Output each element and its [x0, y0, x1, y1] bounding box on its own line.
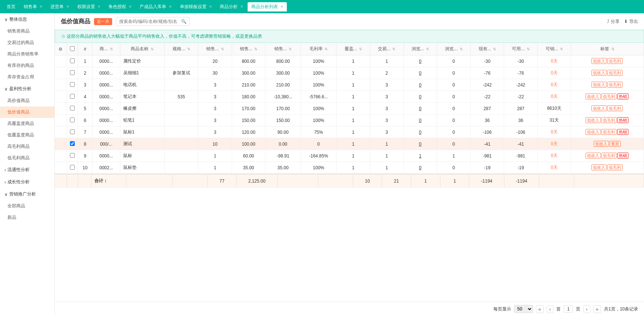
- close-role[interactable]: ×: [129, 4, 131, 9]
- col-stock-avail[interactable]: 可用... ⇅: [504, 43, 538, 55]
- col-pv1[interactable]: 浏览... ⇅: [403, 43, 437, 55]
- section-overall[interactable]: ∨ 整体信息: [0, 13, 54, 26]
- col-tag[interactable]: 标签 ⇅: [571, 43, 644, 55]
- row-checkbox[interactable]: [70, 82, 75, 87]
- row-checkbox[interactable]: [70, 129, 75, 134]
- col-pv2[interactable]: 浏览... ⇅: [437, 43, 471, 55]
- cell-pv1[interactable]: 0: [403, 103, 437, 115]
- nav-analysis-list[interactable]: 商品分析列表 ×: [248, 2, 287, 11]
- nav-product-entry[interactable]: 产成品入库单 ×: [136, 2, 175, 11]
- cell-pv1[interactable]: 0: [403, 162, 437, 174]
- cell-check[interactable]: [67, 79, 78, 91]
- last-page-btn[interactable]: »: [593, 305, 601, 313]
- cell-pv1[interactable]: 0: [403, 91, 437, 103]
- col-sales-avg[interactable]: 销售... ⇅: [265, 43, 301, 55]
- col-sales-qty[interactable]: 销售... ⇅: [198, 43, 232, 55]
- cell-spec: 参加复试: [164, 67, 198, 79]
- section-circulation[interactable]: › 流通性分析: [0, 164, 54, 176]
- cell-check[interactable]: [67, 115, 78, 126]
- sidebar-item-low-margin[interactable]: 低毛利商品: [0, 152, 54, 164]
- section-growth[interactable]: › 成长性分析: [0, 176, 54, 188]
- cell-coverage: 1: [336, 138, 370, 150]
- row-checkbox[interactable]: [70, 70, 75, 75]
- cell-pv1[interactable]: 1: [403, 150, 437, 162]
- row-checkbox[interactable]: [70, 153, 75, 158]
- close-analysis[interactable]: ×: [241, 4, 243, 9]
- col-stock-cur[interactable]: 现有... ⇅: [470, 43, 504, 55]
- col-code[interactable]: 商... ⇅: [93, 43, 120, 55]
- cell-pv1[interactable]: 0: [403, 55, 437, 67]
- close-template[interactable]: ×: [209, 4, 212, 9]
- period-filter-btn[interactable]: 近一月: [94, 18, 112, 25]
- cell-check[interactable]: [67, 67, 78, 79]
- nav-sales-order[interactable]: 销售单 ×: [20, 2, 46, 11]
- sidebar-item-category-rate[interactable]: 商品分类销售率: [0, 48, 54, 60]
- col-name[interactable]: 商品名称 ⇅: [120, 43, 164, 55]
- row-checkbox[interactable]: [70, 94, 75, 99]
- row-checkbox[interactable]: [70, 165, 75, 170]
- cell-check[interactable]: [67, 162, 78, 174]
- col-trans[interactable]: 交易... ⇅: [370, 43, 404, 55]
- nav-role[interactable]: 角色授权 ×: [105, 2, 135, 11]
- current-page[interactable]: 1: [564, 305, 573, 313]
- col-gear[interactable]: ⚙: [55, 43, 67, 55]
- section-profitability[interactable]: ∨ 盈利性分析: [0, 83, 54, 95]
- cell-pv1[interactable]: 0: [403, 138, 437, 150]
- sidebar-item-low-coverage[interactable]: 低覆盖度商品: [0, 129, 54, 141]
- col-check[interactable]: [67, 43, 78, 55]
- sidebar-item-new-products[interactable]: 新品: [0, 212, 54, 223]
- cell-check[interactable]: [67, 138, 78, 150]
- cell-stock-avail: -76: [504, 67, 538, 79]
- sidebar-item-high-coverage[interactable]: 高覆盖度商品: [0, 118, 54, 129]
- cell-check[interactable]: [67, 150, 78, 162]
- close-sales-order[interactable]: ×: [40, 4, 42, 9]
- cell-check[interactable]: [67, 126, 78, 138]
- cell-check[interactable]: [67, 55, 78, 67]
- row-checkbox[interactable]: [70, 106, 75, 111]
- cell-pv1[interactable]: 0: [403, 115, 437, 126]
- search-icon[interactable]: 🔍: [181, 19, 187, 24]
- col-spec[interactable]: 规格... ⇅: [164, 43, 198, 55]
- first-page-btn[interactable]: «: [536, 305, 544, 313]
- row-checkbox[interactable]: [70, 141, 75, 146]
- sidebar-item-stock-capital[interactable]: 库存资金占用: [0, 71, 54, 83]
- share-btn[interactable]: ⤴ 分享: [607, 18, 620, 25]
- row-checkbox[interactable]: [70, 118, 75, 122]
- sidebar-item-high-margin[interactable]: 高毛利商品: [0, 141, 54, 152]
- sidebar-item-sales-products[interactable]: 销售类商品: [0, 26, 54, 37]
- col-gross-rate[interactable]: 毛利率 ⇅: [301, 43, 336, 55]
- cell-check[interactable]: [67, 103, 78, 115]
- cell-pv1[interactable]: 0: [403, 79, 437, 91]
- nav-template[interactable]: 单据模板设置 ×: [176, 2, 215, 11]
- close-purchase-order[interactable]: ×: [67, 4, 69, 9]
- sidebar-item-all-products[interactable]: 全部商品: [0, 200, 54, 212]
- nav-permission[interactable]: 权限设置 ×: [74, 2, 104, 11]
- nav-analysis[interactable]: 商品分析 ×: [216, 2, 246, 11]
- search-input[interactable]: [119, 19, 180, 24]
- col-coverage[interactable]: 覆盖... ⇅: [336, 43, 370, 55]
- col-sales-amt[interactable]: 销售... ⇅: [232, 43, 265, 55]
- col-stock-sale[interactable]: 可销... ⇅: [537, 43, 571, 55]
- close-permission[interactable]: ×: [98, 4, 100, 9]
- next-page-btn[interactable]: ›: [583, 305, 590, 313]
- nav-home[interactable]: 首页: [3, 2, 19, 11]
- main-content: 低价值商品 近一月 🔍 ⤴ 分享 ⬇ 导出 ☆ 这部分商品的销售收入大幅低于商品…: [55, 13, 644, 316]
- prev-page-btn[interactable]: ‹: [547, 305, 553, 313]
- sidebar-item-high-value[interactable]: 高价值商品: [0, 95, 54, 106]
- cell-pv1[interactable]: 0: [403, 67, 437, 79]
- section-marketing[interactable]: ∨ 营销推广分析: [0, 188, 54, 200]
- sidebar-item-low-value[interactable]: 低价值商品: [0, 106, 54, 118]
- nav-purchase-order[interactable]: 进货单 ×: [47, 2, 73, 11]
- select-all-checkbox[interactable]: [70, 46, 75, 51]
- cell-sales-avg: -98.91: [265, 150, 301, 162]
- close-product-entry[interactable]: ×: [169, 4, 172, 9]
- close-analysis-list[interactable]: ×: [281, 4, 283, 9]
- per-page-select[interactable]: 50 100: [514, 305, 533, 313]
- export-btn[interactable]: ⬇ 导出: [624, 18, 638, 25]
- table-row: 8 000/... 测试 10 100.00 0.00 0 1 1 0 0 -4…: [55, 138, 644, 150]
- cell-check[interactable]: [67, 91, 78, 103]
- cell-pv1[interactable]: 0: [403, 126, 437, 138]
- sidebar-item-traded-products[interactable]: 交易过的商品: [0, 37, 54, 48]
- row-checkbox[interactable]: [70, 58, 75, 63]
- sidebar-item-stock-products[interactable]: 有库存的商品: [0, 60, 54, 71]
